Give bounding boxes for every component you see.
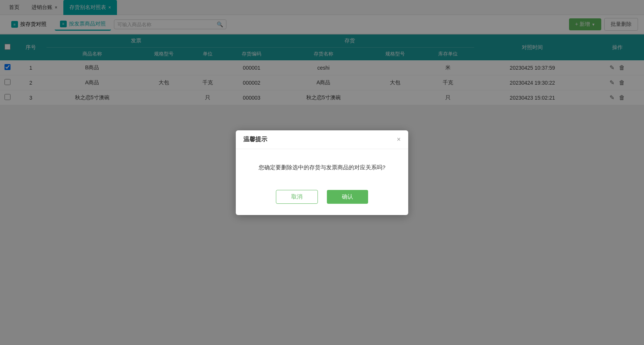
dialog-overlay: 温馨提示 × 您确定要删除选中的存货与发票商品的对应关系吗? 取消 确认 xyxy=(0,0,644,105)
